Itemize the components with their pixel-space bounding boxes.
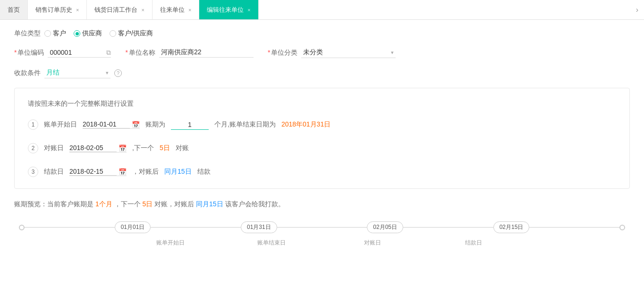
payment-terms-help-icon[interactable]: ? bbox=[114, 69, 122, 77]
unit-info-row: *单位编码 ⧉ *单位名称 *单位分类 未分类 ▾ bbox=[14, 47, 630, 58]
radio-customer-supplier-circle bbox=[110, 30, 116, 37]
payment-terms-item: 收款条件 月结 ▾ ? bbox=[14, 68, 122, 78]
unit-name-input[interactable] bbox=[159, 48, 254, 58]
payment-terms-label: 收款条件 bbox=[14, 69, 41, 77]
preview-part5: 同月15日 bbox=[196, 200, 223, 208]
tl-node-3: 02月05日 bbox=[367, 221, 403, 233]
step-1-end-date: 2018年01月31日 bbox=[281, 120, 330, 129]
step-1-date-input[interactable] bbox=[83, 120, 130, 128]
step-3-desc-prefix: ，对账后 bbox=[132, 168, 159, 176]
step-3-desc-highlight: 同月15日 bbox=[164, 168, 192, 176]
step-2-row: 2 对账日 📅 ,下一个 5日 对账 bbox=[28, 143, 616, 153]
preview-part6: 该客户会给我打款。 bbox=[225, 200, 285, 208]
tab-cash-ledger-close[interactable]: × bbox=[141, 7, 144, 13]
tl-badge-3: 02月05日 bbox=[367, 221, 403, 233]
tl-label-1: 账单开始日 bbox=[156, 239, 185, 247]
tl-line-4 bbox=[403, 227, 493, 228]
preview-label: 账期预览：当前客户账期是 bbox=[14, 200, 93, 208]
billing-period-card: 请按照未来的一个完整帐期进行设置 1 账单开始日 📅 账期为 个月,账单结束日期… bbox=[14, 88, 630, 189]
step-2-label: 对账日 bbox=[44, 144, 64, 152]
step-1-date-wrapper: 📅 bbox=[83, 120, 140, 129]
tab-sales-order-history[interactable]: 销售订单历史 × bbox=[28, 0, 87, 19]
step-3-date-wrapper: 📅 bbox=[69, 168, 127, 176]
radio-customer-circle bbox=[44, 30, 51, 37]
tab-sales-order-history-label: 销售订单历史 bbox=[35, 6, 72, 14]
radio-customer-supplier[interactable]: 客户/供应商 bbox=[110, 29, 153, 38]
tl-line-3 bbox=[277, 227, 367, 228]
preview-section: 账期预览：当前客户账期是 1个月 ，下一个 5日 对账，对账后 同月15日 该客… bbox=[14, 198, 630, 210]
unit-name-item: *单位名称 bbox=[125, 48, 253, 58]
card-instruction: 请按照未来的一个完整帐期进行设置 bbox=[28, 100, 616, 108]
main-content: 单位类型 客户 供应商 客户/供应商 *单位编码 bbox=[0, 20, 644, 287]
payment-terms-row: 收款条件 月结 ▾ ? bbox=[14, 68, 630, 78]
tab-edit-partner-label: 编辑往来单位 bbox=[207, 6, 244, 14]
preview-part4: 对账，对账后 bbox=[154, 200, 194, 208]
timeline-labels: 账单开始日 账单结束日 对账日 结款日 bbox=[19, 235, 625, 247]
tab-home[interactable]: 首页 bbox=[0, 0, 28, 19]
unit-type-item: 单位类型 客户 供应商 客户/供应商 bbox=[14, 29, 153, 38]
payment-terms-arrow: ▾ bbox=[106, 70, 109, 76]
unit-category-item: *单位分类 未分类 ▾ bbox=[268, 47, 396, 58]
unit-category-select[interactable]: 未分类 ▾ bbox=[301, 47, 396, 58]
radio-supplier-label: 供应商 bbox=[82, 29, 102, 38]
timeline-section: 01月01日 01月31日 02月05日 02月15日 账单开始日 bbox=[14, 221, 630, 247]
step-1-period-unit: 个月,账单结束日期为 bbox=[214, 120, 276, 129]
preview-part1: 1个月 bbox=[95, 200, 112, 208]
timeline-row: 01月01日 01月31日 02月05日 02月15日 bbox=[19, 221, 625, 233]
tab-bar: 首页 销售订单历史 × 钱货日清工作台 × 往来单位 × 编辑往来单位 × › bbox=[0, 0, 644, 20]
tl-node-2: 01月31日 bbox=[241, 221, 277, 233]
unit-type-label: 单位类型 bbox=[14, 29, 41, 38]
step-1-row: 1 账单开始日 📅 账期为 个月,账单结束日期为 2018年01月31日 bbox=[28, 119, 616, 130]
tl-node-4: 02月15日 bbox=[493, 221, 530, 233]
step-2-number: 2 bbox=[28, 143, 38, 153]
tab-sales-order-history-close[interactable]: × bbox=[76, 7, 79, 13]
tl-line-5 bbox=[529, 227, 619, 228]
payment-terms-value: 月结 bbox=[46, 68, 104, 77]
tl-badge-1: 01月01日 bbox=[115, 221, 151, 233]
step-1-period-input[interactable] bbox=[171, 120, 209, 130]
step-1-calendar-icon[interactable]: 📅 bbox=[132, 121, 140, 128]
step-2-desc-prefix: ,下一个 bbox=[132, 144, 154, 152]
step-2-date-input[interactable] bbox=[69, 144, 117, 152]
step-3-label: 结款日 bbox=[44, 168, 64, 176]
unit-type-radio-group: 客户 供应商 客户/供应商 bbox=[44, 29, 153, 38]
tl-badge-2: 01月31日 bbox=[241, 221, 277, 233]
step-2-desc-suffix: 对账 bbox=[176, 144, 189, 152]
tl-badge-4: 02月15日 bbox=[493, 221, 530, 233]
step-2-date-wrapper: 📅 bbox=[69, 144, 127, 152]
radio-customer[interactable]: 客户 bbox=[44, 29, 66, 38]
unit-code-copy-icon[interactable]: ⧉ bbox=[106, 49, 111, 57]
tab-partner-units[interactable]: 往来单位 × bbox=[153, 0, 199, 19]
step-2-desc-highlight: 5日 bbox=[160, 144, 170, 152]
step-1-period-label: 账期为 bbox=[145, 120, 165, 129]
unit-category-arrow: ▾ bbox=[391, 50, 394, 56]
tl-label-4: 结款日 bbox=[465, 239, 482, 247]
step-1-label: 账单开始日 bbox=[44, 120, 77, 129]
tab-partner-units-close[interactable]: × bbox=[188, 7, 191, 13]
tl-label-2: 账单结束日 bbox=[257, 239, 286, 247]
step-2-calendar-icon[interactable]: 📅 bbox=[119, 144, 127, 152]
tab-edit-partner[interactable]: 编辑往来单位 × bbox=[199, 0, 258, 19]
tab-expand-button[interactable]: › bbox=[630, 0, 644, 19]
unit-code-label: *单位编码 bbox=[14, 49, 44, 57]
tab-edit-partner-close[interactable]: × bbox=[247, 7, 250, 13]
tl-dot-end bbox=[619, 225, 625, 230]
tl-line-1 bbox=[25, 227, 115, 228]
unit-category-label: *单位分类 bbox=[268, 49, 297, 57]
step-3-date-input[interactable] bbox=[69, 168, 117, 176]
radio-supplier-circle bbox=[74, 30, 80, 37]
tab-home-label: 首页 bbox=[8, 6, 20, 14]
unit-category-value: 未分类 bbox=[303, 48, 389, 57]
tl-label-3: 对账日 bbox=[364, 239, 381, 247]
unit-code-input[interactable] bbox=[48, 48, 104, 57]
tl-node-1: 01月01日 bbox=[115, 221, 151, 233]
radio-customer-supplier-label: 客户/供应商 bbox=[118, 29, 153, 38]
step-3-calendar-icon[interactable]: 📅 bbox=[119, 168, 127, 176]
tl-line-2 bbox=[151, 227, 241, 228]
radio-supplier[interactable]: 供应商 bbox=[74, 29, 102, 38]
unit-type-row: 单位类型 客户 供应商 客户/供应商 bbox=[14, 29, 630, 38]
radio-customer-label: 客户 bbox=[53, 29, 66, 38]
tab-cash-ledger[interactable]: 钱货日清工作台 × bbox=[87, 0, 152, 19]
payment-terms-select[interactable]: 月结 ▾ bbox=[44, 68, 110, 78]
preview-part2: ，下一个 bbox=[114, 200, 141, 208]
